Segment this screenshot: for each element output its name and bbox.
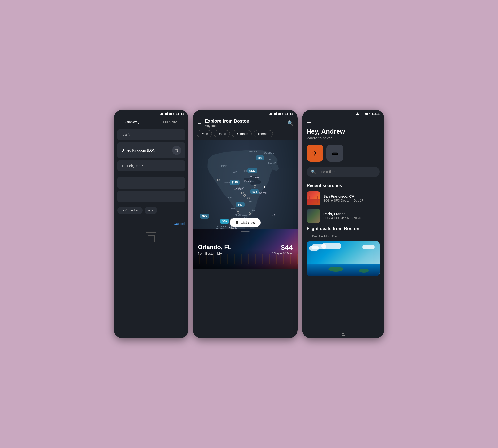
phone-3: 11:11 ☰ Hey, Andrew Where to next? ✈ 🛏 🔍… xyxy=(302,110,384,338)
recent-route-sf: BOS ⇌ SFO Dec 14 – Dec 17 xyxy=(323,199,380,202)
price-115[interactable]: $115 xyxy=(230,180,240,185)
phone2-status-bar: 11:11 xyxy=(193,110,298,117)
svg-rect-20 xyxy=(361,113,361,115)
recent-info-paris: Paris, France BOS ⇌ CDG Jan 6 – Jan 20 xyxy=(323,212,380,220)
back-button[interactable]: ← xyxy=(197,120,202,126)
flights-button[interactable]: ✈ xyxy=(307,145,323,162)
phone-1: 11:11 One-way Multi-city BOS) United Kin… xyxy=(114,110,188,338)
dot-marker-4 xyxy=(243,194,246,197)
phone3-time: 11:11 xyxy=(372,112,380,116)
deals-section: Flight deals from Boston Fri, Dec 1 – Mo… xyxy=(307,226,380,276)
phone2-subtitle: Anytime xyxy=(205,124,284,128)
flights-icon: ✈ xyxy=(312,149,318,157)
hamburger-menu[interactable]: ☰ xyxy=(307,117,380,128)
phone2-header: ← Explore from Boston Anytime 🔍 xyxy=(193,117,298,130)
phone2-signal-icons xyxy=(269,112,283,115)
destination-text: United Kingdom (LON) xyxy=(121,148,157,152)
phone3-content: ☰ Hey, Andrew Where to next? ✈ 🛏 🔍 Find … xyxy=(302,117,384,276)
dot-marker-6 xyxy=(249,212,251,215)
cloud-2 xyxy=(309,246,319,251)
search-icon-button[interactable]: 🔍 xyxy=(287,120,294,126)
recent-searches-title: Recent searches xyxy=(307,183,380,188)
cloud-3 xyxy=(321,243,341,249)
recent-route-paris: BOS ⇌ CDG Jan 6 – Jan 20 xyxy=(323,216,380,220)
cloud-4 xyxy=(362,245,375,249)
city-chicago: Chicago xyxy=(234,188,243,190)
origin-text: BOS) xyxy=(121,133,130,137)
destination-price: $44 xyxy=(271,244,293,252)
chip-price[interactable]: Price xyxy=(197,130,212,137)
svg-rect-21 xyxy=(362,113,362,115)
svg-rect-6 xyxy=(174,113,174,114)
price-97[interactable]: $97 xyxy=(256,155,264,160)
svg-rect-8 xyxy=(274,113,275,115)
phone2-title: Explore from Boston xyxy=(205,119,284,124)
phone3-signal-icons xyxy=(356,112,370,115)
island-2 xyxy=(359,269,369,273)
swap-button[interactable]: ⇅ xyxy=(172,146,181,155)
dot-marker-2 xyxy=(254,185,256,188)
svg-rect-24 xyxy=(365,113,368,115)
price-129a[interactable]: $129 xyxy=(247,168,257,173)
svg-rect-2 xyxy=(166,113,167,115)
quick-actions: ✈ 🛏 xyxy=(307,145,380,162)
recent-thumb-paris xyxy=(307,209,320,223)
destination-from: from Boston, MA xyxy=(198,252,232,255)
destination-overlay: Orlando, FL from Boston, MA $44 7 May – … xyxy=(193,229,298,269)
svg-rect-1 xyxy=(165,113,166,115)
phone1-form: BOS) United Kingdom (LON) ⇅ 1 – Feb, Jan… xyxy=(114,127,188,175)
destination-right: $44 7 May – 10 May xyxy=(271,244,293,255)
phone1-signal-icons xyxy=(160,112,174,115)
city-sa: Sa xyxy=(272,214,275,216)
search-bar[interactable]: 🔍 Find a flight xyxy=(307,167,380,177)
svg-rect-13 xyxy=(283,113,283,114)
list-view-label: List view xyxy=(241,221,255,224)
island xyxy=(328,267,343,272)
nav-circle[interactable] xyxy=(148,235,155,242)
svg-rect-5 xyxy=(170,113,172,115)
deals-title: Flight deals from Boston xyxy=(307,226,380,231)
price-75[interactable]: $75 xyxy=(200,214,209,219)
deals-image[interactable] xyxy=(307,241,380,276)
origin-field[interactable]: BOS) xyxy=(117,129,185,140)
recent-thumb-sf xyxy=(307,191,320,205)
list-view-button[interactable]: ☰ List view xyxy=(230,218,261,227)
phone1-time: 11:11 xyxy=(176,112,184,116)
list-icon: ☰ xyxy=(235,221,239,224)
recent-item-sf[interactable]: San Francisco, CA BOS ⇌ SFO Dec 14 – Dec… xyxy=(307,191,380,205)
phone3-status-bar: 11:11 xyxy=(302,110,384,117)
greeting-text: Hey, Andrew xyxy=(307,128,380,135)
chip-dates[interactable]: Dates xyxy=(214,130,230,137)
destination-field[interactable]: United Kingdom (LON) ⇅ xyxy=(117,142,185,158)
phone1-cancel-row: Cancel xyxy=(114,217,188,228)
chip-distance[interactable]: Distance xyxy=(232,130,252,137)
tab-multi-city[interactable]: Multi-city xyxy=(151,117,188,127)
recent-item-paris[interactable]: Paris, France BOS ⇌ CDG Jan 6 – Jan 20 xyxy=(307,209,380,223)
city-detroit: Detroit xyxy=(244,180,251,183)
tab-one-way[interactable]: One-way xyxy=(114,117,151,127)
deals-dates: Fri, Dec 1 – Mon, Dec 4 xyxy=(307,234,380,238)
phone1-home xyxy=(114,228,188,235)
svg-rect-9 xyxy=(275,113,276,115)
destination-dates: 7 May – 10 May xyxy=(271,252,293,255)
sf-thumbnail xyxy=(307,191,320,205)
cancel-button[interactable]: Cancel xyxy=(173,222,185,226)
chip-themes[interactable]: Themes xyxy=(254,130,273,137)
search-bar-icon: 🔍 xyxy=(311,169,316,174)
checkbox-only[interactable]: only xyxy=(145,207,157,214)
city-toronto: Toronto xyxy=(250,176,259,179)
dates-text: 1 – Feb, Jan 6 xyxy=(121,164,144,168)
dates-field[interactable]: 1 – Feb, Jan 6 xyxy=(117,160,185,171)
hotels-button[interactable]: 🛏 xyxy=(326,145,343,162)
phone1-checkboxes: ns, 0 checked only xyxy=(114,204,188,217)
price-67[interactable]: $67 xyxy=(236,202,244,207)
dot-marker-1 xyxy=(217,179,220,181)
destination-name: Orlando, FL xyxy=(198,244,232,251)
star-marker-boston: ★ xyxy=(263,185,266,189)
water xyxy=(307,264,380,276)
filter-chips: Price Dates Distance Themes xyxy=(193,130,298,140)
price-98[interactable]: $98 xyxy=(250,189,259,194)
price-89[interactable]: $89 xyxy=(220,219,229,224)
checkbox-bags[interactable]: ns, 0 checked xyxy=(117,207,143,214)
svg-rect-12 xyxy=(279,113,281,115)
